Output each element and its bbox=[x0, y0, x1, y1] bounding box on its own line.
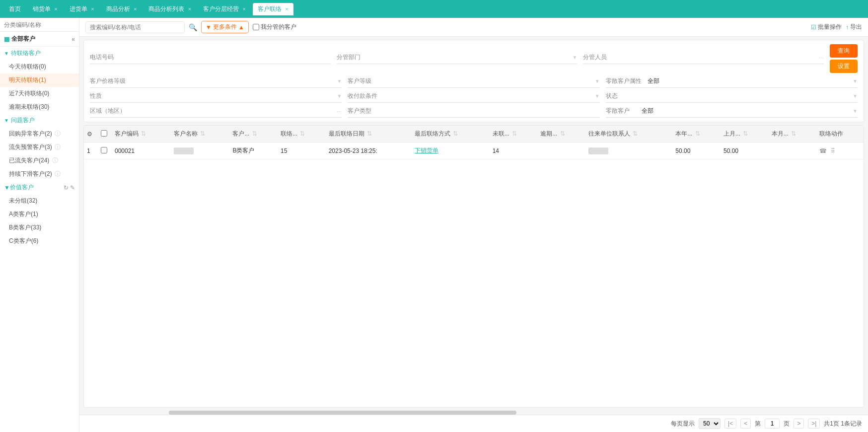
query-button[interactable]: 查询 bbox=[830, 44, 858, 58]
th-this-year[interactable]: 本年... ⇅ bbox=[672, 126, 721, 143]
th-last-month[interactable]: 上月... ⇅ bbox=[721, 126, 769, 143]
th-this-month[interactable]: 本月... ⇅ bbox=[769, 126, 817, 143]
next-page-button[interactable]: > bbox=[794, 419, 804, 429]
sidebar-item-7days[interactable]: 近7天待联络(0) bbox=[0, 87, 79, 100]
td-action[interactable]: ☎ ⠿ bbox=[816, 143, 864, 159]
th-customer-type[interactable]: 客户... ⇅ bbox=[229, 126, 278, 143]
sidebar-item-churned[interactable]: 已流失客户(24) ⓘ bbox=[0, 154, 79, 167]
select-all-checkbox[interactable] bbox=[101, 130, 107, 137]
page-number-input[interactable] bbox=[765, 419, 780, 429]
dept-chevron-icon: ▼ bbox=[572, 55, 577, 60]
filter-area-field: 区域（地区） ··· bbox=[90, 107, 342, 118]
nav-purchase-order[interactable]: 进货单 × bbox=[65, 3, 99, 15]
th-settings[interactable]: ⚙ bbox=[84, 126, 98, 143]
name-sort-icon: ⇅ bbox=[200, 130, 205, 137]
close-customer-layered-icon[interactable]: × bbox=[242, 6, 245, 12]
scrollbar-thumb[interactable] bbox=[169, 411, 516, 415]
refresh-icon[interactable]: ↻ bbox=[64, 184, 69, 191]
action-more-icon[interactable]: ⠿ bbox=[831, 147, 835, 154]
this-month-sort-icon: ⇅ bbox=[791, 130, 796, 137]
checkbox-icon: ☑ bbox=[811, 24, 816, 31]
sidebar-item-c-class[interactable]: C类客户(6) bbox=[0, 234, 79, 248]
close-purchase-order-icon[interactable]: × bbox=[91, 6, 94, 12]
method-sort-icon: ⇅ bbox=[453, 130, 458, 137]
td-checkbox[interactable] bbox=[98, 143, 112, 159]
row-checkbox[interactable] bbox=[101, 147, 107, 153]
nav-product-analysis-list[interactable]: 商品分析列表 × bbox=[144, 3, 196, 15]
sidebar-item-b-class[interactable]: B类客户(33) bbox=[0, 221, 79, 234]
nav-product-analysis[interactable]: 商品分析 × bbox=[101, 3, 142, 15]
advanced-filter-panel: 电话号码 分管部门 ▼ 分管人员 ··· 查询 设置 bbox=[83, 40, 864, 122]
my-customers-checkbox[interactable]: 我分管的客户 bbox=[253, 23, 296, 31]
retail-attr-chevron-icon: ▼ bbox=[853, 78, 858, 84]
more-conditions-button[interactable]: ▼ 更多条件 ▲ bbox=[201, 21, 249, 33]
sidebar-item-churn-warning[interactable]: 流失预警客户(3) ⓘ bbox=[0, 141, 79, 154]
per-page-select[interactable]: 50 bbox=[699, 418, 721, 429]
prev-page-button[interactable]: < bbox=[740, 419, 751, 429]
export-button[interactable]: ↑ 导出 bbox=[846, 23, 862, 31]
th-last-contact-date[interactable]: 最后联络日期 ⇅ bbox=[326, 126, 412, 143]
my-customers-check[interactable] bbox=[253, 24, 259, 30]
batch-operation-button[interactable]: ☑ 批量操作 bbox=[811, 23, 842, 31]
customer-level-chevron-icon: ▼ bbox=[595, 78, 600, 84]
value-group-title[interactable]: ▼ 价值客户 ↻ ✎ bbox=[0, 181, 79, 194]
first-page-button[interactable]: |< bbox=[724, 419, 736, 429]
pending-group-title[interactable]: ▼ 待联络客户 bbox=[0, 47, 79, 60]
last-page-button[interactable]: >| bbox=[808, 419, 820, 429]
filter-customer-level-field: 客户等级 ▼ bbox=[348, 77, 599, 88]
retail-attr-value: 全部 bbox=[648, 77, 659, 85]
action-phone-icon[interactable]: ☎ bbox=[819, 147, 827, 154]
th-overdue[interactable]: 逾期... ⇅ bbox=[537, 126, 585, 143]
filter-row-4: 区域（地区） ··· 客户类型 零散客户 全部 ▼ bbox=[90, 107, 858, 118]
contact-method-link[interactable]: 下销货单 bbox=[415, 147, 438, 154]
sidebar-item-a-class[interactable]: A类客户(1) bbox=[0, 208, 79, 221]
sidebar-item-ungrouped[interactable]: 未分组(32) bbox=[0, 194, 79, 208]
collapse-icon[interactable]: « bbox=[72, 36, 75, 43]
manager-more-icon[interactable]: ··· bbox=[819, 54, 824, 61]
filter-price-level-label: 客户价格等级 bbox=[90, 77, 126, 85]
td-name[interactable]: Ea bbox=[171, 143, 230, 159]
edit-icon[interactable]: ✎ bbox=[70, 184, 75, 191]
table-row: 1 000021 Ea B类客户 15 2023-05-23 18:25: 下销… bbox=[84, 143, 864, 159]
th-checkbox[interactable] bbox=[98, 126, 112, 143]
sidebar-item-tomorrow[interactable]: 明天待联络(1) bbox=[0, 73, 79, 87]
sidebar-item-abnormal[interactable]: 回购异常客户(2) ⓘ bbox=[0, 127, 79, 141]
reset-button[interactable]: 设置 bbox=[830, 60, 858, 73]
filter-manager-field: 分管人员 ··· bbox=[583, 53, 824, 64]
search-button[interactable]: 🔍 bbox=[189, 23, 197, 31]
filter-customer-type-field: 客户类型 bbox=[348, 107, 599, 118]
horizontal-scrollbar[interactable] bbox=[79, 411, 868, 415]
nature-chevron-icon: ▼ bbox=[337, 93, 342, 99]
sidebar-item-overdue[interactable]: 逾期未联络(30) bbox=[0, 100, 79, 114]
nav-sales-order[interactable]: 销货单 × bbox=[28, 3, 63, 15]
th-contact-person[interactable]: 往来单位联系人 ⇅ bbox=[585, 126, 672, 143]
info-icon-abnormal: ⓘ bbox=[55, 130, 61, 137]
search-input[interactable] bbox=[85, 21, 185, 33]
th-code[interactable]: 客户编码 ⇅ bbox=[112, 126, 171, 143]
nav-customer-layered[interactable]: 客户分层经营 × bbox=[198, 3, 251, 15]
sidebar-item-declining[interactable]: 持续下滑客户(2) ⓘ bbox=[0, 167, 79, 181]
uncontacted-sort-icon: ⇅ bbox=[512, 130, 517, 137]
th-uncontacted[interactable]: 未联... ⇅ bbox=[490, 126, 538, 143]
th-contact-count[interactable]: 联络... ⇅ bbox=[278, 126, 326, 143]
close-customer-contact-icon[interactable]: × bbox=[285, 6, 288, 12]
filter-bar: 🔍 ▼ 更多条件 ▲ 我分管的客户 ☑ 批量操作 ↑ 导出 bbox=[79, 18, 868, 37]
sidebar-item-today[interactable]: 今天待联络(0) bbox=[0, 60, 79, 73]
problem-group-title[interactable]: ▼ 问题客户 bbox=[0, 114, 79, 127]
all-customers-header: ▦ 全部客户 « bbox=[0, 32, 79, 47]
close-product-analysis-list-icon[interactable]: × bbox=[188, 6, 191, 12]
th-last-contact-method[interactable]: 最后联络方式 ⇅ bbox=[412, 126, 490, 143]
main-layout: 🔍 ▦ 全部客户 « ▼ 待联络客户 今天待联络(0) 明天待联络(1) 近7天… bbox=[0, 18, 868, 432]
td-last-contact-method[interactable]: 下销货单 bbox=[412, 143, 490, 159]
nav-customer-contact[interactable]: 客户联络 × bbox=[253, 3, 293, 15]
type-sort-icon: ⇅ bbox=[252, 130, 257, 137]
pagination-bar: 每页显示 50 |< < 第 页 > >| 共1页 1条记录 bbox=[79, 415, 868, 432]
nav-home[interactable]: 首页 bbox=[4, 3, 26, 15]
close-product-analysis-icon[interactable]: × bbox=[134, 6, 137, 12]
close-sales-order-icon[interactable]: × bbox=[54, 6, 57, 12]
td-overdue bbox=[537, 143, 585, 159]
th-name[interactable]: 客户名称 ⇅ bbox=[171, 126, 230, 143]
area-more-icon[interactable]: ··· bbox=[337, 108, 342, 115]
filter-status-field: 状态 ▼ bbox=[606, 92, 858, 103]
sidebar-search-input[interactable] bbox=[4, 21, 78, 28]
